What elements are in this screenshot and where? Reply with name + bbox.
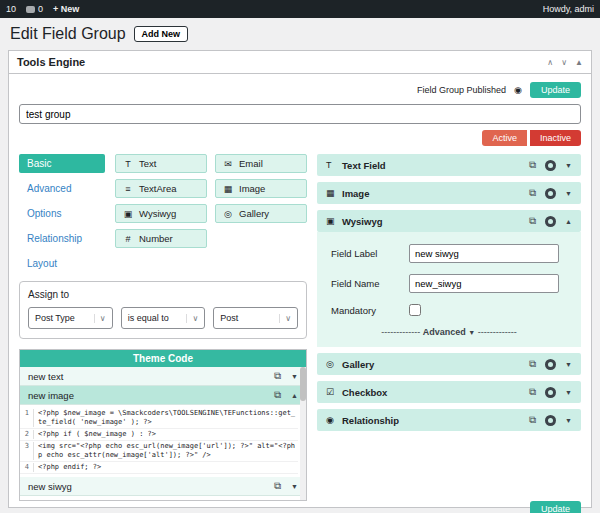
field-item-gallery: ◎ Gallery ⧉ ▼: [317, 353, 581, 375]
chevron-down-icon[interactable]: ▼: [565, 190, 572, 197]
copy-icon[interactable]: ⧉: [529, 358, 536, 370]
textarea-icon: ≡: [123, 184, 133, 194]
chevron-down-icon: ∨: [279, 314, 291, 323]
wysiwyg-icon: ▣: [326, 216, 342, 226]
copy-icon[interactable]: ⧉: [529, 159, 536, 171]
copy-icon[interactable]: ⧉: [529, 187, 536, 199]
chevron-down-icon[interactable]: ▼: [565, 389, 572, 396]
chevron-down-icon[interactable]: ▼: [291, 483, 298, 490]
field-type-textarea[interactable]: ≡ TextArea: [115, 179, 207, 198]
chevron-up-icon[interactable]: ▲: [565, 218, 572, 225]
gear-icon[interactable]: [545, 188, 556, 199]
code-line: 4 <?php endif; ?>: [20, 462, 298, 474]
relationship-icon: ◉: [326, 415, 342, 425]
theme-code-item-new-siwyg[interactable]: new siwyg ⧉ ▼: [20, 477, 306, 496]
chevron-down-icon[interactable]: ▼: [565, 162, 572, 169]
inactive-button[interactable]: Inactive: [530, 130, 581, 146]
tab-advanced[interactable]: Advanced: [19, 179, 105, 198]
gear-icon[interactable]: [545, 216, 556, 227]
theme-code-item-new-text[interactable]: new text ⧉ ▼: [20, 367, 306, 386]
gear-icon[interactable]: [545, 415, 556, 426]
tab-relationship[interactable]: Relationship: [19, 229, 105, 248]
chevron-down-icon: ▼: [468, 329, 475, 336]
wysiwyg-settings: Field Label Field Name Mandatory --: [317, 232, 581, 347]
published-row: Field Group Published ◉ Update: [19, 82, 581, 98]
tab-layout[interactable]: Layout: [19, 254, 105, 273]
howdy-text[interactable]: Howdy, admi: [543, 4, 594, 14]
field-label-label: Field Label: [331, 248, 409, 259]
field-item-image: ▦ Image ⧉ ▼: [317, 182, 581, 204]
chevron-down-icon[interactable]: ▼: [565, 361, 572, 368]
assign-to-label: Assign to: [28, 289, 298, 300]
field-item-wysiwyg: ▣ Wysiwyg ⧉ ▲ Field Label: [317, 210, 581, 347]
post-type-select[interactable]: Post Type ∨: [28, 307, 113, 329]
field-header-gallery[interactable]: ◎ Gallery ⧉ ▼: [317, 353, 581, 375]
group-name-input[interactable]: [19, 104, 581, 124]
field-type-email[interactable]: ✉ Email: [215, 154, 307, 173]
operator-select[interactable]: is equal to ∨: [121, 307, 206, 329]
copy-icon[interactable]: ⧉: [529, 215, 536, 227]
theme-code-item-new-image[interactable]: new image ⧉ ▲: [20, 386, 306, 405]
field-label-input[interactable]: [409, 244, 559, 263]
field-header-text-field[interactable]: T Text Field ⧉ ▼: [317, 154, 581, 176]
theme-code-panel: Theme Code new text ⧉ ▼ new image ⧉ ▲: [19, 349, 307, 501]
copy-icon[interactable]: ⧉: [274, 389, 281, 401]
text-icon: T: [326, 160, 342, 170]
add-new-button[interactable]: Add New: [134, 26, 189, 42]
field-type-wysiwyg[interactable]: ▣ Wysiwyg: [115, 204, 207, 223]
chevron-up-icon[interactable]: ▲: [291, 392, 298, 399]
field-header-image[interactable]: ▦ Image ⧉ ▼: [317, 182, 581, 204]
gallery-icon: ◎: [223, 209, 233, 219]
move-down-icon[interactable]: ∨: [561, 58, 567, 67]
gear-icon[interactable]: [545, 359, 556, 370]
chevron-down-icon: ∨: [94, 314, 106, 323]
theme-code-title: Theme Code: [20, 350, 306, 367]
field-type-grid: T Text ✉ Email ≡ TextArea ▦: [115, 154, 307, 273]
scrollbar-thumb[interactable]: [300, 367, 306, 401]
gear-icon[interactable]: [545, 160, 556, 171]
copy-icon[interactable]: ⧉: [529, 414, 536, 426]
copy-icon[interactable]: ⧉: [529, 386, 536, 398]
page-title: Edit Field Group: [10, 25, 126, 43]
tab-basic[interactable]: Basic: [19, 154, 105, 173]
comments-item[interactable]: 0: [26, 4, 43, 14]
updates-badge[interactable]: 10: [6, 4, 16, 14]
gallery-icon: ◎: [326, 359, 342, 369]
state-row: Active Inactive: [19, 130, 581, 146]
field-name-input[interactable]: [409, 274, 559, 293]
copy-icon[interactable]: ⧉: [274, 370, 281, 382]
post-value-select[interactable]: Post ∨: [213, 307, 298, 329]
toggle-panel-icon[interactable]: ▲: [575, 58, 583, 67]
panel-title: Tools Engine: [17, 56, 85, 68]
active-button[interactable]: Active: [482, 130, 527, 146]
advanced-toggle[interactable]: ------------- Advanced ▼ -------------: [331, 327, 567, 337]
move-up-icon[interactable]: ∧: [547, 58, 553, 67]
chevron-down-icon[interactable]: ▼: [565, 417, 572, 424]
update-button-top[interactable]: Update: [530, 82, 581, 98]
chevron-down-icon[interactable]: ▼: [291, 373, 298, 380]
copy-icon[interactable]: ⧉: [274, 480, 281, 492]
field-item-text: T Text Field ⧉ ▼: [317, 154, 581, 176]
left-column: Basic Advanced Options Relationship Layo…: [19, 154, 307, 501]
field-item-checkbox: ☑ Checkbox ⧉ ▼: [317, 381, 581, 403]
wysiwyg-icon: ▣: [123, 209, 133, 219]
field-header-wysiwyg[interactable]: ▣ Wysiwyg ⧉ ▲: [317, 210, 581, 232]
info-icon: ◉: [514, 85, 522, 95]
field-type-gallery[interactable]: ◎ Gallery: [215, 204, 307, 223]
published-label: Field Group Published: [417, 85, 506, 95]
panel-header: Tools Engine ∧ ∨ ▲: [9, 51, 591, 74]
tab-options[interactable]: Options: [19, 204, 105, 223]
new-menu[interactable]: + New: [53, 4, 79, 14]
checkbox-icon: ☑: [326, 387, 342, 397]
field-type-text[interactable]: T Text: [115, 154, 207, 173]
fields-column: T Text Field ⧉ ▼ ▦ Image ⧉: [317, 154, 581, 501]
field-type-image[interactable]: ▦ Image: [215, 179, 307, 198]
field-header-checkbox[interactable]: ☑ Checkbox ⧉ ▼: [317, 381, 581, 403]
field-header-relationship[interactable]: ◉ Relationship ⧉ ▼: [317, 409, 581, 431]
update-button-bottom[interactable]: Update: [530, 501, 581, 513]
gear-icon[interactable]: [545, 387, 556, 398]
image-icon: ▦: [223, 184, 233, 194]
mandatory-checkbox[interactable]: [409, 304, 421, 316]
number-icon: #: [123, 234, 133, 244]
field-type-number[interactable]: # Number: [115, 229, 207, 248]
